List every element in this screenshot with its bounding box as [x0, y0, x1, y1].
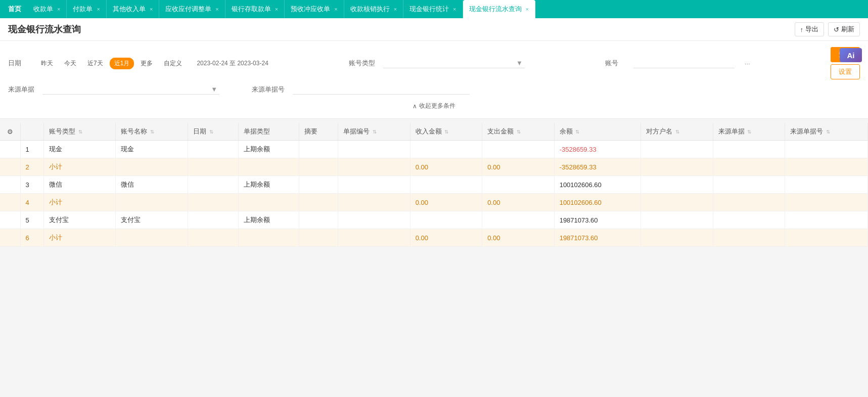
date-btn-more[interactable]: 更多 — [136, 58, 157, 69]
date-btn-yesterday[interactable]: 昨天 — [36, 58, 58, 69]
col-source-doc[interactable]: 来源单据 ⇅ — [713, 123, 785, 141]
source-doc-label: 来源单据 — [8, 85, 34, 94]
cell-settings — [0, 158, 20, 176]
source-doc-chevron-icon: ▼ — [211, 85, 217, 93]
nav-cash-bank-stat-close[interactable]: × — [453, 6, 456, 12]
cell-date — [188, 229, 238, 247]
account-dots-icon[interactable]: ··· — [745, 60, 750, 67]
col-income[interactable]: 收入金额 ⇅ — [410, 123, 482, 141]
cell-doc-no — [338, 211, 410, 229]
nav-cash-bank-stat[interactable]: 现金银行统计 × — [403, 0, 463, 18]
nav-advance-offset-close[interactable]: × — [334, 6, 337, 12]
cell-counterpart — [641, 158, 713, 176]
cell-account-type: 小计 — [43, 158, 116, 176]
table-row[interactable]: 4小计0.000.00100102606.60 — [0, 194, 868, 211]
header-actions: ↑ 导出 ↺ 刷新 — [795, 22, 860, 36]
ai-badge[interactable]: Ai — [840, 48, 862, 62]
refresh-button[interactable]: ↺ 刷新 — [828, 22, 860, 36]
cell-doc-no — [338, 194, 410, 211]
table-row[interactable]: 2小计0.000.00-3528659.33 — [0, 158, 868, 176]
nav-bank-deposit[interactable]: 银行存取款单 × — [225, 0, 285, 18]
nav-bank-deposit-close[interactable]: × — [275, 6, 278, 12]
cell-idx: 1 — [20, 141, 43, 158]
cell-summary — [299, 176, 338, 194]
nav-home[interactable]: 首页 — [2, 0, 27, 18]
cell-doc-no — [338, 176, 410, 194]
table-row[interactable]: 5支付宝支付宝上期余额19871073.60 — [0, 211, 868, 229]
date-range-display: 2023-02-24 至 2023-03-24 — [197, 59, 268, 68]
col-source-doc-no[interactable]: 来源单据号 ⇅ — [785, 123, 868, 141]
col-account-type[interactable]: 账号类型 ⇅ — [43, 123, 116, 141]
account-type-select[interactable]: ▼ — [383, 58, 525, 68]
source-doc-select[interactable]: ▼ — [42, 84, 219, 95]
cell-account-type: 支付宝 — [43, 211, 116, 229]
filter-area: 日期 昨天 今天 近7天 近1月 更多 自定义 2023-02-24 至 202… — [0, 41, 868, 119]
cell-account-type: 微信 — [43, 176, 116, 194]
export-button[interactable]: ↑ 导出 — [795, 22, 825, 36]
nav-payment-close[interactable]: × — [97, 6, 100, 12]
cell-source-doc-no — [785, 158, 868, 176]
col-balance[interactable]: 余额 ⇅ — [554, 123, 641, 141]
col-idx — [20, 123, 43, 141]
table-row[interactable]: 6小计0.000.0019871073.60 — [0, 229, 868, 247]
cell-summary — [299, 141, 338, 158]
settings-button[interactable]: 设置 — [831, 64, 860, 79]
nav-receipt-close[interactable]: × — [57, 6, 60, 12]
cell-account-name — [116, 194, 188, 211]
cell-counterpart — [641, 211, 713, 229]
cell-source-doc-no — [785, 194, 868, 211]
nav-advance-offset[interactable]: 预收冲应收单 × — [285, 0, 344, 18]
cell-doc-type — [238, 229, 299, 247]
col-doc-no[interactable]: 单据编号 ⇅ — [338, 123, 410, 141]
cell-summary — [299, 229, 338, 247]
account-type-label: 账号类型 — [349, 59, 375, 68]
nav-collection-exec-close[interactable]: × — [394, 6, 397, 12]
date-btn-7days[interactable]: 近7天 — [83, 58, 108, 69]
cell-balance: 100102606.60 — [554, 194, 641, 211]
account-input[interactable] — [633, 58, 735, 68]
data-table: ⚙ 账号类型 ⇅ 账号名称 ⇅ 日期 ⇅ 单据类型 摘要 单据编号 ⇅ 收入金额… — [0, 123, 868, 247]
table-row[interactable]: 1现金现金上期余额-3528659.33 — [0, 141, 868, 158]
nav-receipt[interactable]: 收款单 × — [27, 0, 67, 18]
col-expense[interactable]: 支出金额 ⇅ — [482, 123, 555, 141]
cell-date — [188, 158, 238, 176]
cell-source-doc — [713, 141, 785, 158]
nav-collection-exec[interactable]: 收款核销执行 × — [344, 0, 403, 18]
col-account-name[interactable]: 账号名称 ⇅ — [116, 123, 188, 141]
cell-expense — [482, 176, 555, 194]
nav-cash-bank-flow-close[interactable]: × — [526, 6, 529, 12]
cell-source-doc-no — [785, 229, 868, 247]
nav-ar-ap[interactable]: 应收应付调整单 × — [159, 0, 225, 18]
col-date[interactable]: 日期 ⇅ — [188, 123, 238, 141]
cell-summary — [299, 158, 338, 176]
cell-source-doc — [713, 229, 785, 247]
cell-idx: 3 — [20, 176, 43, 194]
date-btn-1month[interactable]: 近1月 — [110, 58, 134, 69]
cell-source-doc-no — [785, 176, 868, 194]
nav-ar-ap-close[interactable]: × — [215, 6, 218, 12]
date-btn-today[interactable]: 今天 — [60, 58, 81, 69]
nav-other-income-close[interactable]: × — [150, 6, 153, 12]
table-row[interactable]: 3微信微信上期余额100102606.60 — [0, 176, 868, 194]
cell-settings — [0, 176, 20, 194]
cell-account-type: 小计 — [43, 229, 116, 247]
cell-account-name: 微信 — [116, 176, 188, 194]
nav-cash-bank-stat-label: 现金银行统计 — [409, 5, 449, 14]
settings-icon[interactable]: ⚙ — [7, 128, 13, 136]
collapse-bar[interactable]: ∧ 收起更多条件 — [8, 100, 860, 112]
account-type-chevron-icon: ▼ — [516, 59, 523, 67]
nav-cash-bank-flow[interactable]: 现金银行流水查询 × — [463, 0, 535, 18]
cell-idx: 5 — [20, 211, 43, 229]
nav-payment[interactable]: 付款单 × — [67, 0, 106, 18]
cell-source-doc-no — [785, 211, 868, 229]
col-counterpart[interactable]: 对方户名 ⇅ — [641, 123, 713, 141]
col-settings[interactable]: ⚙ — [0, 123, 20, 141]
nav-other-income[interactable]: 其他收入单 × — [107, 0, 159, 18]
cell-expense: 0.00 — [482, 158, 555, 176]
cell-settings — [0, 229, 20, 247]
date-btn-custom[interactable]: 自定义 — [159, 58, 187, 69]
source-doc-no-label: 来源单据号 — [252, 85, 285, 94]
date-shortcuts: 昨天 今天 近7天 近1月 更多 自定义 — [36, 58, 187, 69]
cell-doc-type — [238, 158, 299, 176]
source-doc-no-input[interactable] — [293, 84, 470, 95]
